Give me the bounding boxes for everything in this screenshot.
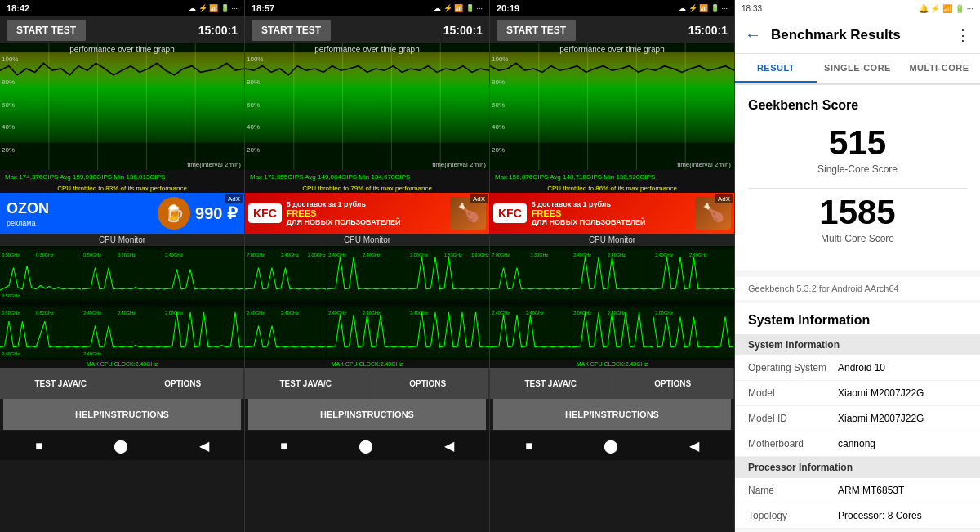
svg-text:0.30GHz: 0.30GHz <box>36 253 54 257</box>
nav-back-2[interactable]: ◀ <box>444 438 454 454</box>
cpu-graphs-3: 7.00GHz 1.30GHz 2.40GHz 2.40GHz 2.40GHz … <box>490 246 734 360</box>
bench-content: Geekbench Score 515 Single-Core Score 15… <box>735 85 980 532</box>
cpu-cell-1-2: 0.50GHz 0.50GHz <box>82 246 163 303</box>
ad-ozon-price: 990 ₽ <box>195 203 238 223</box>
test-java-btn-1[interactable]: TEST JAVA/C <box>0 368 122 399</box>
sys-info-cpu-name: Name ARM MT6853T <box>735 478 980 503</box>
bench-status-time: 18:33 <box>742 4 762 13</box>
ad-banner-3: KFC 5 доставок за 1 рубль FREES ДЛЯ НОВЫ… <box>490 193 734 234</box>
cpu-max-label-1: MAX CPU CLOCK:2.40GHz <box>0 360 244 368</box>
nav-home-1[interactable]: ⬤ <box>114 438 128 454</box>
nav-back-3[interactable]: ◀ <box>689 438 699 454</box>
cpu-svg-1-4: 0.50GHz 0.52GHz 2.40GHz <box>0 304 81 361</box>
perf-label-1: performance over time graph <box>69 45 174 54</box>
back-button[interactable]: ← <box>745 25 761 44</box>
bottom-buttons-2: TEST JAVA/C OPTIONS <box>245 368 489 399</box>
tab-multi-core[interactable]: MULTI-CORE <box>898 54 980 83</box>
cpu-graphs-1: 0.50GHz 0.30GHz 0.50GHz 0.50GHz 0.50GHz … <box>0 246 244 360</box>
x-label-3: time(interval 2min) <box>677 161 731 168</box>
y-labels-2: 100% 80% 60% 40% 20% <box>247 56 263 154</box>
help-wrapper-2: HELP/INSTRUCTIONS <box>245 399 489 431</box>
svg-text:2.00GHz: 2.00GHz <box>165 311 183 315</box>
nav-stop-1[interactable]: ■ <box>35 439 43 454</box>
status-bar-2: 18:57 ☁ ⚡ 📶 🔋 ··· <box>245 0 489 16</box>
nav-stop-3[interactable]: ■ <box>525 439 533 454</box>
nav-bar-2: ■ ⬤ ◀ <box>245 431 489 460</box>
start-test-button-1[interactable]: START TEST <box>7 20 86 41</box>
tab-result[interactable]: RESULT <box>735 54 817 83</box>
cpu-svg-1-2: 0.50GHz 0.50GHz <box>82 246 163 303</box>
svg-text:0.50GHz: 0.50GHz <box>83 253 101 257</box>
help-wrapper-1: HELP/INSTRUCTIONS <box>0 399 244 431</box>
cpu-cell-1-1: 0.50GHz 0.30GHz 0.50GHz <box>0 246 81 303</box>
x-label-1: time(interval 2min) <box>187 161 241 168</box>
processor-info-section: Processor Information <box>735 457 980 478</box>
geekbench-version: Geekbench 5.3.2 for Android AArch64 <box>735 277 980 300</box>
kfc-logo: KFC <box>248 203 282 223</box>
start-test-button-3[interactable]: START TEST <box>497 20 576 41</box>
svg-text:2.00GHz: 2.00GHz <box>410 253 428 257</box>
throttle-text-2: CPU throttled to 79% of its max performa… <box>245 184 489 193</box>
model-key: Model <box>748 387 838 399</box>
nav-stop-2[interactable]: ■ <box>280 439 288 454</box>
timer-1: 15:00:1 <box>198 24 238 37</box>
throttle-text-1: CPU throttled to 83% of its max performa… <box>0 184 244 193</box>
single-core-score: 515 <box>748 126 967 160</box>
os-value: Android 10 <box>838 362 967 373</box>
help-btn-2[interactable]: HELP/INSTRUCTIONS <box>248 399 486 430</box>
cpu-svg-1-5: 2.40GHz 2.40GHz 2.40GHz <box>82 304 163 361</box>
ad-kfc-2: KFC 5 доставок за 1 рубль FREES ДЛЯ НОВЫ… <box>245 193 489 234</box>
y-labels-1: 100% 80% 60% 40% 20% <box>2 56 18 154</box>
svg-text:1.93GHz: 1.93GHz <box>471 253 489 257</box>
options-btn-2[interactable]: OPTIONS <box>368 368 490 399</box>
help-btn-1[interactable]: HELP/INSTRUCTIONS <box>3 399 241 430</box>
svg-text:7.00GHz: 7.00GHz <box>492 253 510 257</box>
y-labels-3: 100% 80% 60% 40% 20% <box>492 56 508 154</box>
cpu-graphs-2: 7.00GHz 2.40GHz 2.00GHz 2.40GHz 2.40GHz … <box>245 246 489 360</box>
nav-home-2[interactable]: ⬤ <box>359 438 373 454</box>
cpu-cell-2-2: 2.40GHz 2.40GHz <box>327 246 408 303</box>
nav-home-3[interactable]: ⬤ <box>604 438 618 454</box>
benchmark-title: Benchmark Results <box>771 27 946 43</box>
cpu-cell-2-5: 2.40GHz 2.40GHz <box>327 304 408 361</box>
more-button[interactable]: ⋮ <box>956 26 970 44</box>
svg-text:2.40GHz: 2.40GHz <box>281 253 299 257</box>
perf-stats-text-2: Max 172,655GIPS Avg 149,864GIPS Min 134,… <box>250 172 484 181</box>
perf-stats-text-1: Max 174,376GIPS Avg 159,030GIPS Min 136,… <box>5 172 239 181</box>
cpu-cell-1-4: 0.50GHz 0.52GHz 2.40GHz <box>0 304 81 361</box>
help-btn-3[interactable]: HELP/INSTRUCTIONS <box>493 399 731 430</box>
test-java-btn-3[interactable]: TEST JAVA/C <box>490 368 612 399</box>
test-java-btn-2[interactable]: TEST JAVA/C <box>245 368 368 399</box>
svg-text:0.52GHz: 0.52GHz <box>36 311 54 315</box>
status-bar-1: 18:42 ☁ ⚡ 📶 🔋 ··· <box>0 0 244 16</box>
cpu-cell-1-5: 2.40GHz 2.40GHz 2.40GHz <box>82 304 163 361</box>
bottom-buttons-3: TEST JAVA/C OPTIONS <box>490 368 734 399</box>
svg-text:2.40GHz: 2.40GHz <box>492 311 510 315</box>
motherboard-key: Motherboard <box>748 438 838 449</box>
perf-graph-1: performance over time graph 100% 80% 60%… <box>0 43 244 170</box>
svg-text:2.40GHz: 2.40GHz <box>655 253 673 257</box>
topology-key: Topology <box>748 510 838 521</box>
svg-text:2.40GHz: 2.40GHz <box>328 311 346 315</box>
ad-badge-2: AdX <box>470 194 488 203</box>
phone-panel-3: 20:19 ☁ ⚡ 📶 🔋 ··· START TEST 15:00:1 per… <box>490 0 735 532</box>
ad-ozon-img: 🍺 <box>158 197 190 230</box>
svg-rect-1 <box>0 52 244 143</box>
options-btn-3[interactable]: OPTIONS <box>612 368 735 399</box>
nav-bar-1: ■ ⬤ ◀ <box>0 431 244 460</box>
cpu-cell-3-4: 2.40GHz 2.40GHz <box>490 304 571 361</box>
perf-stats-text-3: Max 156,876GIPS Avg 148,718GIPS Min 130,… <box>495 172 729 181</box>
options-btn-1[interactable]: OPTIONS <box>122 368 245 399</box>
tab-single-core[interactable]: SINGLE-CORE <box>817 54 898 83</box>
svg-text:2.40GHz: 2.40GHz <box>526 311 544 315</box>
svg-text:1.30GHz: 1.30GHz <box>531 253 549 257</box>
sys-info-topology: Topology Processor: 8 Cores <box>735 503 980 529</box>
start-test-button-2[interactable]: START TEST <box>252 20 331 41</box>
motherboard-value: cannong <box>838 438 967 449</box>
start-bar-3: START TEST 15:00:1 <box>490 16 734 43</box>
svg-text:2.40GHz: 2.40GHz <box>281 311 299 315</box>
nav-back-1[interactable]: ◀ <box>199 438 209 454</box>
sys-info-section: System Information <box>735 334 980 355</box>
cpu-monitor-label-1: CPU Monitor <box>0 234 244 246</box>
sys-info-model-id: Model ID Xiaomi M2007J22G <box>735 406 980 431</box>
